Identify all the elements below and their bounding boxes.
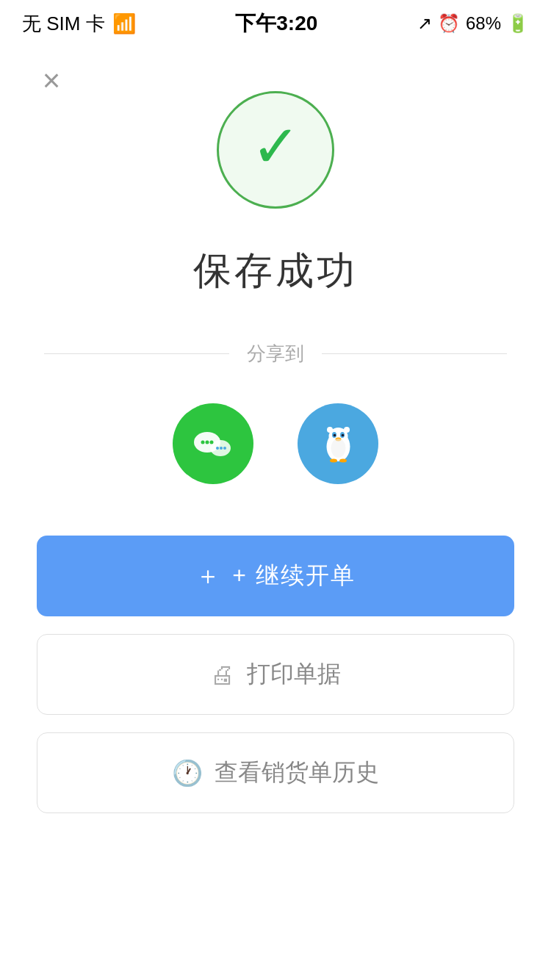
divider-line-left [44,353,229,354]
continue-label: + 继续开单 [232,560,356,592]
status-right: ↗ ⏰ 68% 🔋 [417,13,529,34]
wechat-icon [190,420,237,468]
share-label: 分享到 [229,341,322,367]
status-left: 无 SIM 卡 📶 [22,11,136,37]
success-title: 保存成功 [193,245,358,297]
svg-point-17 [339,458,347,462]
main-content: ✓ 保存成功 分享到 [0,47,551,813]
svg-point-15 [331,439,345,458]
status-bar: 无 SIM 卡 📶 下午3:20 ↗ ⏰ 68% 🔋 [0,0,551,47]
svg-point-16 [330,458,337,462]
svg-point-6 [220,447,223,450]
share-divider: 分享到 [0,341,551,367]
svg-point-18 [327,427,333,433]
svg-point-19 [344,427,350,433]
location-icon: ↗ [417,13,432,34]
svg-point-3 [205,440,209,444]
alarm-icon: ⏰ [438,13,460,34]
history-label: 查看销货单历史 [215,757,379,789]
svg-point-7 [223,447,226,450]
status-time: 下午3:20 [235,10,317,37]
close-icon: × [43,65,61,96]
action-buttons: ＋ + 继续开单 🖨 打印单据 🕐 查看销货单历史 [0,536,551,813]
wechat-share-button[interactable] [173,403,253,484]
share-buttons [173,403,378,484]
print-icon: 🖨 [210,660,235,689]
divider-line-right [322,353,507,354]
svg-point-5 [216,447,219,450]
sim-label: 无 SIM 卡 [22,11,105,37]
svg-point-13 [341,433,344,436]
wifi-icon: 📶 [112,12,136,35]
continue-button[interactable]: ＋ + 继续开单 [37,536,514,616]
print-button[interactable]: 🖨 打印单据 [37,634,514,715]
battery-label: 68% [466,13,501,34]
qq-share-button[interactable] [298,403,378,484]
plus-icon: ＋ [195,559,220,593]
svg-point-12 [333,433,336,436]
svg-point-4 [209,440,213,444]
qq-icon [314,420,362,468]
svg-point-2 [201,440,204,444]
success-circle: ✓ [217,91,334,209]
close-button[interactable]: × [29,59,73,103]
clock-icon: 🕐 [172,758,203,788]
battery-icon: 🔋 [507,13,529,34]
history-button[interactable]: 🕐 查看销货单历史 [37,732,514,813]
checkmark-icon: ✓ [251,118,300,176]
print-label: 打印单据 [247,658,341,691]
